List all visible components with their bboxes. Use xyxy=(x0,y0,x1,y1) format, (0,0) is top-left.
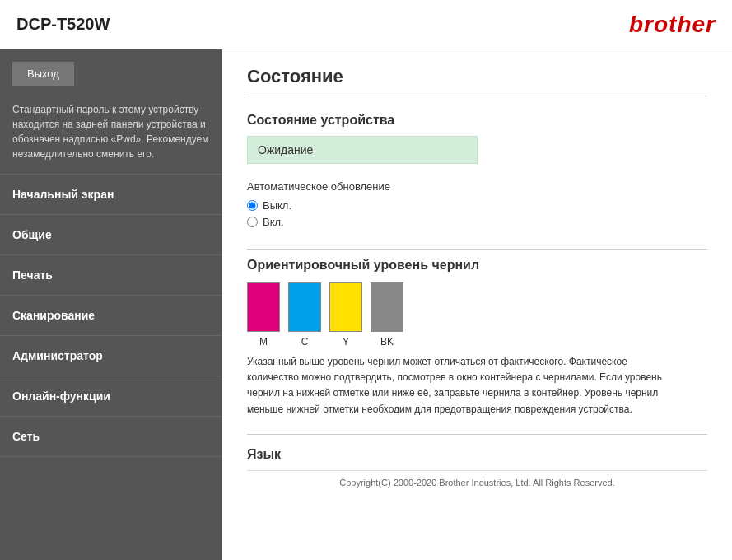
ink-label-c: C xyxy=(301,336,309,348)
sidebar-item-print[interactable]: Печать xyxy=(0,255,222,296)
device-status-label: Состояние устройства xyxy=(247,113,707,128)
ink-label-bk: BK xyxy=(380,336,394,348)
radio-on-item[interactable]: Вкл. xyxy=(247,216,707,228)
main-layout: Выход Стандартный пароль к этому устройс… xyxy=(0,49,732,560)
header: DCP-T520W brother xyxy=(0,0,732,49)
device-status-value: Ожидание xyxy=(247,136,478,164)
auto-update-label: Автоматическое обновление xyxy=(247,180,707,193)
device-model-title: DCP-T520W xyxy=(16,15,110,34)
language-section: Язык xyxy=(247,434,707,462)
ink-bar-m: M xyxy=(247,282,280,348)
brother-logo: brother xyxy=(629,12,716,38)
ink-bar-y: Y xyxy=(329,282,362,348)
ink-bar-y-fill xyxy=(329,282,362,332)
sidebar-item-network[interactable]: Сеть xyxy=(0,417,222,457)
footer: Copyright(C) 2000-2020 Brother Industrie… xyxy=(247,470,707,494)
radio-on-input[interactable] xyxy=(247,217,258,227)
ink-bar-c-fill xyxy=(288,282,321,332)
sidebar-item-scan[interactable]: Сканирование xyxy=(0,296,222,336)
ink-bar-bk-fill xyxy=(371,282,403,332)
radio-off-item[interactable]: Выкл. xyxy=(247,199,707,212)
ink-note: Указанный выше уровень чернил может отли… xyxy=(247,354,675,418)
ink-section-title: Ориентировочный уровень чернил xyxy=(247,249,707,273)
sidebar-notice: Стандартный пароль к этому устройству на… xyxy=(0,94,222,175)
auto-update-radio-group: Выкл. Вкл. xyxy=(247,199,707,228)
radio-off-input[interactable] xyxy=(247,200,258,211)
ink-bar-m-fill xyxy=(247,282,280,332)
radio-off-label: Выкл. xyxy=(263,199,291,212)
ink-label-y: Y xyxy=(343,336,349,348)
logout-button[interactable]: Выход xyxy=(12,62,74,86)
auto-update-section: Автоматическое обновление Выкл. Вкл. xyxy=(247,180,707,228)
ink-bar-bk: BK xyxy=(371,282,403,348)
ink-label-m: M xyxy=(259,336,268,348)
page-title: Состояние xyxy=(247,66,707,96)
sidebar-item-online[interactable]: Онлайн-функции xyxy=(0,376,222,417)
ink-bars-container: M C Y BK xyxy=(247,282,707,348)
sidebar: Выход Стандартный пароль к этому устройс… xyxy=(0,49,222,560)
ink-bar-c: C xyxy=(288,282,321,348)
radio-on-label: Вкл. xyxy=(263,216,284,228)
main-content-area: Состояние Состояние устройства Ожидание … xyxy=(222,49,732,560)
sidebar-item-general[interactable]: Общие xyxy=(0,215,222,255)
sidebar-item-admin[interactable]: Администратор xyxy=(0,336,222,376)
language-title: Язык xyxy=(247,447,707,462)
ink-section: Ориентировочный уровень чернил M C Y BK xyxy=(247,249,707,418)
sidebar-item-home[interactable]: Начальный экран xyxy=(0,175,222,215)
